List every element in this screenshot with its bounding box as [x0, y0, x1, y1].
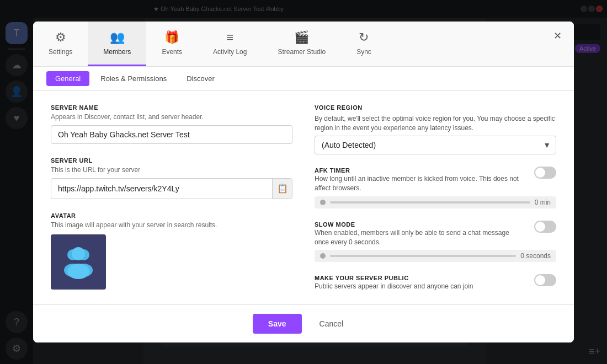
server-url-label: SERVER URL: [51, 157, 292, 164]
url-copy-button[interactable]: 📋: [272, 179, 292, 199]
afk-timer-slider-track[interactable]: [330, 201, 530, 204]
make-public-label: MAKE YOUR SERVER PUBLIC: [315, 275, 409, 281]
server-name-label: SERVER NAME: [51, 104, 292, 111]
activity-log-tab-icon: ≡: [226, 30, 233, 45]
server-name-description: Appears in Discover, contact list, and s…: [51, 113, 292, 121]
afk-timer-section: AFK TIMER How long until an inactive mem…: [315, 165, 556, 208]
modal-left-column: SERVER NAME Appears in Discover, contact…: [51, 104, 292, 292]
streamer-studio-tab-label: Streamer Studio: [278, 48, 326, 56]
voice-region-label: VOICE REGION: [315, 104, 556, 111]
save-button[interactable]: Save: [253, 314, 302, 334]
modal-top-nav: ⚙ Settings 👥 Members 🎁 Events ≡ Activity…: [33, 22, 574, 67]
slow-mode-slider-dot: [320, 253, 326, 259]
streamer-studio-tab-icon: 🎬: [294, 30, 309, 45]
server-url-input[interactable]: [51, 180, 272, 197]
slow-mode-info: SLOW MODE When enabled, members will onl…: [315, 220, 525, 247]
slow-mode-toggle-row: SLOW MODE When enabled, members will onl…: [315, 220, 556, 247]
voice-region-description: By default, we'll select the optimal voi…: [315, 114, 556, 133]
modal-close-button[interactable]: ✕: [550, 28, 565, 44]
sync-tab-label: Sync: [356, 48, 371, 56]
server-name-input[interactable]: [51, 125, 292, 144]
afk-timer-slider-row: 0 min: [315, 196, 556, 208]
server-settings-modal: ✕ ⚙ Settings 👥 Members 🎁 Events ≡ Activi…: [33, 22, 574, 343]
activity-log-tab-label: Activity Log: [213, 48, 247, 56]
events-tab-icon: 🎁: [164, 30, 179, 45]
svg-point-5: [67, 264, 89, 279]
modal-body: SERVER NAME Appears in Discover, contact…: [33, 91, 574, 305]
make-public-toggle[interactable]: [534, 274, 556, 286]
svg-point-4: [72, 247, 85, 260]
members-tab-label: Members: [103, 48, 131, 56]
modal-sub-nav: General Roles & Permissions Discover: [33, 67, 574, 91]
make-public-info: MAKE YOUR SERVER PUBLIC Public servers a…: [315, 273, 525, 291]
afk-timer-label: AFK TIMER: [315, 167, 350, 174]
slow-mode-toggle[interactable]: [534, 221, 556, 233]
server-name-section: SERVER NAME Appears in Discover, contact…: [51, 104, 292, 144]
server-url-section: SERVER URL This is the URL for your serv…: [51, 157, 292, 199]
tab-members[interactable]: 👥 Members: [88, 22, 146, 66]
sub-tab-general[interactable]: General: [46, 71, 89, 86]
slow-mode-slider-track[interactable]: [330, 255, 516, 257]
modal-overlay: ✕ ⚙ Settings 👥 Members 🎁 Events ≡ Activi…: [0, 0, 607, 364]
afk-timer-toggle[interactable]: [534, 167, 556, 179]
settings-tab-label: Settings: [49, 48, 72, 56]
make-public-toggle-row: MAKE YOUR SERVER PUBLIC Public servers a…: [315, 273, 556, 291]
server-url-description: This is the URL for your server: [51, 166, 292, 174]
afk-timer-info: AFK TIMER How long until an inactive mem…: [315, 165, 525, 193]
slow-mode-value: 0 seconds: [520, 252, 551, 260]
sub-tab-discover[interactable]: Discover: [178, 71, 223, 86]
avatar-section: AVATAR This image will appear with your …: [51, 212, 292, 290]
modal-footer: Save Cancel: [33, 304, 574, 342]
settings-tab-icon: ⚙: [55, 30, 66, 45]
sync-tab-icon: ↻: [359, 30, 369, 45]
slow-mode-label: SLOW MODE: [315, 221, 355, 228]
tab-sync[interactable]: ↻ Sync: [341, 22, 387, 66]
avatar-description: This image will appear with your server …: [51, 221, 292, 229]
afk-timer-slider-dot: [320, 200, 326, 205]
tab-activity-log[interactable]: ≡ Activity Log: [198, 22, 262, 66]
tab-streamer-studio[interactable]: 🎬 Streamer Studio: [262, 22, 341, 66]
members-tab-icon: 👥: [110, 30, 125, 45]
voice-region-dropdown-wrapper: (Auto Detected) ▼: [315, 136, 556, 154]
make-public-description: Public servers appear in discover and an…: [315, 282, 525, 291]
afk-timer-description: How long until an inactive member is kic…: [315, 174, 525, 193]
avatar-preview[interactable]: [51, 234, 106, 290]
afk-timer-toggle-row: AFK TIMER How long until an inactive mem…: [315, 165, 556, 193]
voice-region-section: VOICE REGION By default, we'll select th…: [315, 104, 556, 155]
url-input-wrapper: 📋: [51, 178, 292, 199]
avatar-image: [59, 243, 98, 281]
modal-right-column: VOICE REGION By default, we'll select th…: [315, 104, 556, 292]
cancel-button[interactable]: Cancel: [308, 314, 355, 334]
slow-mode-section: SLOW MODE When enabled, members will onl…: [315, 220, 556, 263]
events-tab-label: Events: [162, 48, 182, 56]
tab-events[interactable]: 🎁 Events: [146, 22, 198, 66]
voice-region-select[interactable]: (Auto Detected): [315, 136, 556, 154]
avatar-label: AVATAR: [51, 212, 292, 219]
make-public-section: MAKE YOUR SERVER PUBLIC Public servers a…: [315, 273, 556, 291]
tab-settings[interactable]: ⚙ Settings: [33, 22, 88, 66]
slow-mode-description: When enabled, members will only be able …: [315, 228, 525, 247]
afk-timer-value: 0 min: [535, 199, 551, 206]
slow-mode-slider-row: 0 seconds: [315, 250, 556, 262]
sub-tab-roles-permissions[interactable]: Roles & Permissions: [92, 71, 175, 86]
